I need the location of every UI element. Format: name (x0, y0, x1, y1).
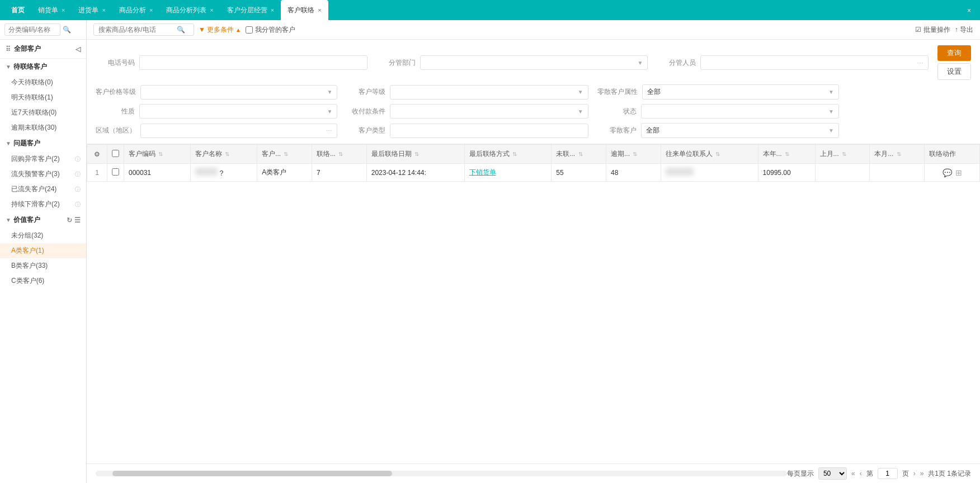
close-all-tabs-button[interactable]: × (963, 5, 976, 15)
sidebar-item-churned[interactable]: 已流失客户(24) ⓘ (0, 182, 86, 197)
nav-sales[interactable]: 销货单 × (31, 0, 72, 20)
nav-customer-contact[interactable]: 客户联络 × (281, 0, 328, 20)
sidebar-search-input[interactable] (4, 23, 60, 36)
info-declining-icon[interactable]: ⓘ (75, 201, 81, 209)
customer-type-label: 客户类型 (346, 126, 385, 135)
nav-product-analysis[interactable]: 商品分析 × (112, 0, 159, 20)
sidebar-section-pending[interactable]: ▼ 待联络客户 (0, 59, 86, 75)
sidebar-section-value[interactable]: ▼ 价值客户 ↻ ☰ (0, 212, 86, 228)
horizontal-scrollbar[interactable] (96, 471, 787, 476)
sort-code-icon[interactable]: ⇅ (158, 151, 163, 157)
col-type: 客户... ⇅ (257, 145, 312, 164)
sort-contact-count-icon[interactable]: ⇅ (338, 151, 343, 157)
sidebar-item-overdue[interactable]: 逾期未联络(30) (0, 120, 86, 135)
col-action: 联络动作 (925, 145, 980, 164)
per-page-select[interactable]: 50 10 20 100 (818, 467, 847, 480)
next-page-button[interactable]: › (913, 470, 916, 477)
sort-last-month-icon[interactable]: ⇅ (842, 151, 846, 157)
retail-attr-value: 全部 (647, 87, 661, 97)
last-page-button[interactable]: » (920, 470, 924, 477)
sort-current-month-icon[interactable]: ⇅ (897, 151, 901, 157)
sidebar-item-tomorrow[interactable]: 明天待联络(1) (0, 90, 86, 105)
sidebar-item-c-class[interactable]: C类客户(6) (0, 273, 86, 288)
sort-not-contacted-icon[interactable]: ⇅ (578, 151, 583, 157)
nav-customer-tier[interactable]: 客户分层经营 × (220, 0, 281, 20)
row-index: 1 (87, 164, 107, 182)
page-input[interactable] (878, 468, 898, 479)
close-customer-contact-icon[interactable]: × (318, 7, 321, 13)
filter-phone: 电话号码 (96, 55, 368, 70)
phone-input[interactable] (139, 55, 368, 70)
filter-search-icon[interactable]: 🔍 (177, 26, 185, 34)
qr-icon[interactable]: ⊞ (955, 168, 962, 177)
sidebar-item-today[interactable]: 今天待联络(0) (0, 75, 86, 90)
settings-value-icon[interactable]: ☰ (74, 216, 81, 224)
batch-operation-button[interactable]: ☑ 批量操作 (915, 25, 950, 35)
price-level-dropdown[interactable]: ▼ (140, 85, 337, 100)
sort-current-year-icon[interactable]: ⇅ (785, 151, 789, 157)
prev-page-button[interactable]: ‹ (860, 470, 862, 477)
settings-button[interactable]: 设置 (937, 63, 971, 80)
filter-my-customers: 我分管的客户 (246, 25, 295, 35)
info-repurchase-icon[interactable]: ⓘ (75, 155, 81, 163)
region-input[interactable]: ··· (140, 124, 337, 138)
payment-dropdown[interactable]: ▼ (390, 104, 588, 119)
customer-level-dropdown[interactable]: ▼ (390, 85, 588, 100)
export-button[interactable]: ↑ 导出 (955, 25, 973, 35)
row-name-blurred (195, 168, 218, 176)
dept-dropdown[interactable]: ▼ (420, 55, 648, 70)
status-dropdown[interactable]: ▼ (641, 104, 839, 119)
sidebar-item-unclassified[interactable]: 未分组(32) (0, 228, 86, 243)
manager-input[interactable]: ··· (700, 55, 929, 70)
chat-icon[interactable]: 💬 (943, 168, 952, 177)
sidebar-item-a-class[interactable]: A类客户(1) (0, 243, 86, 258)
sort-last-date-icon[interactable]: ⇅ (414, 151, 419, 157)
first-page-button[interactable]: « (851, 470, 855, 477)
sidebar-item-7days[interactable]: 近7天待联络(0) (0, 105, 86, 120)
gear-column-header[interactable]: ⚙ (87, 145, 107, 164)
sidebar-item-b-class[interactable]: B类客户(33) (0, 258, 86, 273)
filter-row-2: 客户价格等级 ▼ 客户等级 ▼ 零散客户属性 全部 ▼ (96, 84, 971, 100)
row-select-checkbox[interactable] (112, 168, 119, 176)
sidebar-search-icon[interactable]: 🔍 (63, 26, 71, 34)
customer-type-input[interactable] (390, 124, 588, 138)
sidebar-section-problem[interactable]: ▼ 问题客户 (0, 135, 86, 151)
close-purchase-icon[interactable]: × (102, 7, 105, 13)
collapse-sidebar-icon[interactable]: ◁ (76, 45, 81, 53)
sidebar-item-repurchase-abnormal[interactable]: 回购异常客户(2) ⓘ (0, 151, 86, 167)
sort-last-method-icon[interactable]: ⇅ (512, 151, 517, 157)
nav-purchase[interactable]: 进货单 × (72, 0, 112, 20)
close-product-analysis-icon[interactable]: × (149, 7, 153, 13)
col-current-year: 本年... ⇅ (758, 145, 815, 164)
row-current-year: 10995.00 (758, 164, 815, 182)
nature-dropdown[interactable]: ▼ (139, 104, 337, 119)
sort-company-contact-icon[interactable]: ⇅ (715, 151, 720, 157)
nav-home[interactable]: 首页 (4, 0, 31, 20)
sort-type-icon[interactable]: ⇅ (284, 151, 288, 157)
select-all-checkbox[interactable] (112, 150, 119, 157)
price-level-label: 客户价格等级 (96, 87, 136, 97)
query-button[interactable]: 查询 (937, 45, 971, 61)
info-churned-icon[interactable]: ⓘ (75, 186, 81, 193)
scrollbar-thumb (112, 471, 392, 476)
refresh-icon[interactable]: ↻ (67, 216, 72, 224)
filter-more-conditions[interactable]: ▼ 更多条件 ▲ (199, 25, 241, 35)
sidebar-item-declining[interactable]: 持续下滑客户(2) ⓘ (0, 197, 86, 212)
phone-label: 电话号码 (96, 58, 135, 68)
sort-overdue-icon[interactable]: ⇅ (633, 151, 637, 157)
close-sales-icon[interactable]: × (62, 7, 65, 13)
info-churn-warning-icon[interactable]: ⓘ (75, 171, 81, 178)
retail-attr-dropdown[interactable]: 全部 ▼ (642, 84, 839, 100)
close-customer-tier-icon[interactable]: × (271, 7, 274, 13)
filter-search-input[interactable] (98, 26, 177, 34)
nav-product-analysis-list[interactable]: 商品分析列表 × (159, 0, 220, 20)
sidebar-item-churn-warning[interactable]: 流失预警客户(3) ⓘ (0, 167, 86, 182)
close-product-analysis-list-icon[interactable]: × (210, 7, 213, 13)
sort-name-icon[interactable]: ⇅ (225, 151, 229, 157)
sidebar-all-customers[interactable]: ⠿ 全部客户 ◁ (0, 40, 86, 59)
retail-customer-dropdown[interactable]: 全部 ▼ (641, 123, 839, 138)
row-method-link[interactable]: 下销货单 (469, 168, 496, 176)
main-layout: 🔍 ⠿ 全部客户 ◁ ▼ 待联络客户 今天待联络(0) 明天待联络(1) 近7天… (0, 20, 980, 483)
filter-retail-customer: 零散客户 全部 ▼ (597, 123, 839, 138)
my-customers-checkbox[interactable] (246, 26, 253, 34)
